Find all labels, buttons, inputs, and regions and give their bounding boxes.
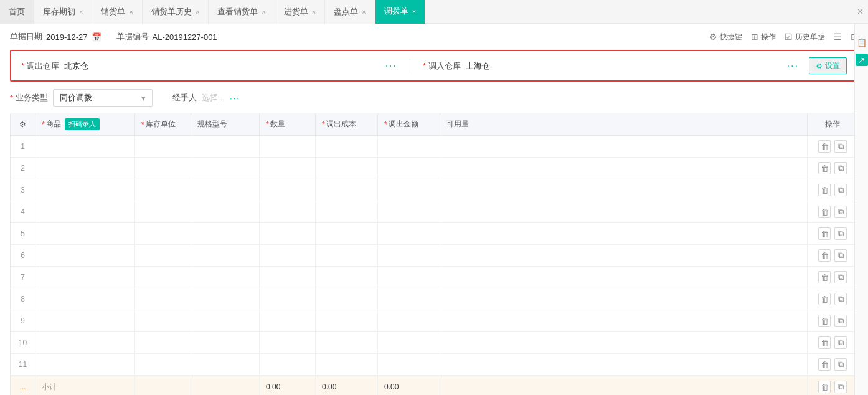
row-unit[interactable] [135, 267, 191, 288]
delete-row-button[interactable]: 🗑 [818, 293, 831, 305]
row-cost[interactable] [316, 288, 378, 310]
row-spec[interactable] [191, 179, 260, 201]
row-spec[interactable] [191, 354, 260, 375]
layout-list-button[interactable]: ☰ [834, 32, 842, 42]
tab-view-sales-close[interactable]: × [262, 8, 265, 16]
tab-transfer[interactable]: 调拨单 × [375, 0, 425, 24]
copy-row-button[interactable]: ⧉ [834, 315, 847, 327]
row-product[interactable] [35, 354, 135, 375]
tab-inventory-check-close[interactable]: × [362, 8, 366, 16]
row-product[interactable] [35, 288, 135, 310]
tab-home[interactable]: 首页 [0, 0, 34, 24]
tab-purchase-close[interactable]: × [312, 8, 316, 16]
row-amount[interactable] [378, 310, 440, 331]
row-unit[interactable] [135, 136, 191, 157]
delete-row-button[interactable]: 🗑 [818, 271, 831, 283]
row-product[interactable] [35, 201, 135, 222]
row-amount[interactable] [378, 223, 440, 244]
row-spec[interactable] [191, 201, 260, 222]
copy-row-button[interactable]: ⧉ [834, 293, 847, 305]
row-cost[interactable] [316, 201, 378, 222]
row-spec[interactable] [191, 288, 260, 310]
row-qty[interactable] [260, 223, 316, 244]
tab-sales-order-close[interactable]: × [129, 8, 133, 16]
settings-button[interactable]: ⚙ 设置 [809, 57, 847, 74]
copy-row-button[interactable]: ⧉ [834, 336, 847, 349]
row-amount[interactable] [378, 288, 440, 310]
row-product[interactable] [35, 136, 135, 157]
global-close-button[interactable]: × [857, 6, 863, 17]
row-spec[interactable] [191, 310, 260, 331]
row-spec[interactable] [191, 223, 260, 244]
scan-badge[interactable]: 扫码录入 [65, 118, 100, 130]
subtotal-delete-button[interactable]: 🗑 [818, 381, 831, 393]
tab-sales-history-close[interactable]: × [196, 8, 199, 16]
row-amount[interactable] [378, 136, 440, 157]
row-cost[interactable] [316, 310, 378, 331]
row-qty[interactable] [260, 158, 316, 179]
row-unit[interactable] [135, 332, 191, 353]
warehouse-out-more[interactable]: ··· [385, 60, 397, 72]
warehouse-in-value[interactable]: 上海仓 [466, 60, 490, 72]
tab-inventory-init-close[interactable]: × [79, 8, 83, 16]
row-spec[interactable] [191, 136, 260, 157]
warehouse-out-value[interactable]: 北京仓 [64, 60, 88, 72]
row-product[interactable] [35, 223, 135, 244]
row-cost[interactable] [316, 136, 378, 157]
row-spec[interactable] [191, 158, 260, 179]
row-amount[interactable] [378, 267, 440, 288]
row-product[interactable] [35, 245, 135, 266]
copy-row-button[interactable]: ⧉ [834, 227, 847, 240]
sidebar-notes-button[interactable]: 📋 [856, 36, 868, 49]
row-qty[interactable] [260, 310, 316, 331]
copy-row-button[interactable]: ⧉ [834, 206, 847, 218]
tab-view-sales[interactable]: 查看销货单 × [209, 0, 275, 24]
copy-row-button[interactable]: ⧉ [834, 162, 847, 174]
row-qty[interactable] [260, 354, 316, 375]
subtotal-copy-button[interactable]: ⧉ [834, 381, 847, 393]
delete-row-button[interactable]: 🗑 [818, 358, 831, 371]
row-unit[interactable] [135, 245, 191, 266]
copy-row-button[interactable]: ⧉ [834, 140, 847, 153]
row-qty[interactable] [260, 332, 316, 353]
row-cost[interactable] [316, 245, 378, 266]
row-unit[interactable] [135, 310, 191, 331]
row-product[interactable] [35, 179, 135, 201]
row-unit[interactable] [135, 354, 191, 375]
row-spec[interactable] [191, 332, 260, 353]
delete-row-button[interactable]: 🗑 [818, 140, 831, 153]
copy-row-button[interactable]: ⧉ [834, 271, 847, 283]
row-qty[interactable] [260, 136, 316, 157]
copy-row-button[interactable]: ⧉ [834, 358, 847, 371]
copy-row-button[interactable]: ⧉ [834, 184, 847, 196]
row-unit[interactable] [135, 201, 191, 222]
handler-more[interactable]: ··· [230, 93, 240, 103]
handler-placeholder[interactable]: 选择... [202, 92, 225, 103]
copy-row-button[interactable]: ⧉ [834, 249, 847, 262]
delete-row-button[interactable]: 🗑 [818, 315, 831, 327]
tab-transfer-close[interactable]: × [412, 7, 416, 15]
row-unit[interactable] [135, 223, 191, 244]
row-cost[interactable] [316, 267, 378, 288]
delete-row-button[interactable]: 🗑 [818, 162, 831, 174]
tab-purchase[interactable]: 进货单 × [275, 0, 325, 24]
row-amount[interactable] [378, 354, 440, 375]
row-amount[interactable] [378, 179, 440, 201]
row-qty[interactable] [260, 288, 316, 310]
row-qty[interactable] [260, 201, 316, 222]
delete-row-button[interactable]: 🗑 [818, 206, 831, 218]
calendar-icon[interactable]: 📅 [92, 32, 101, 42]
th-gear[interactable]: ⚙ [11, 113, 35, 135]
row-amount[interactable] [378, 332, 440, 353]
tab-sales-history[interactable]: 销货单历史 × [143, 0, 209, 24]
row-product[interactable] [35, 332, 135, 353]
row-spec[interactable] [191, 245, 260, 266]
row-amount[interactable] [378, 201, 440, 222]
row-unit[interactable] [135, 179, 191, 201]
row-amount[interactable] [378, 158, 440, 179]
table-scroll-area[interactable]: ⚙ * 商品 扫码录入 * 库存单位 规格型号 * 数量 [10, 113, 858, 395]
operations-button[interactable]: ⊞ 操作 [751, 32, 776, 42]
history-button[interactable]: ☑ 历史单据 [785, 32, 825, 42]
delete-row-button[interactable]: 🗑 [818, 184, 831, 196]
tab-sales-order[interactable]: 销货单 × [92, 0, 142, 24]
